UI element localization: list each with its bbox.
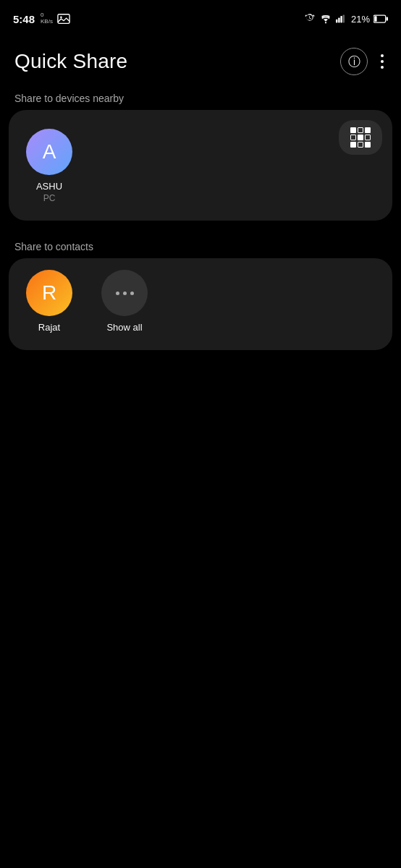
dot-2: [123, 292, 127, 295]
battery-percentage: 21%: [351, 14, 370, 25]
status-kb-indicator: 0 KB/s: [41, 12, 53, 25]
dot-3: [130, 292, 134, 295]
show-all-button[interactable]: Show all: [96, 270, 153, 333]
device-name: ASHU: [36, 181, 62, 192]
svg-rect-4: [338, 17, 339, 22]
device-type: PC: [43, 193, 56, 203]
svg-point-2: [325, 22, 326, 23]
contact-avatar-r: R: [26, 270, 72, 316]
qr-icon: [350, 127, 371, 148]
contacts-card: R Rajat Show all: [9, 258, 392, 350]
dot-1: [116, 292, 119, 295]
svg-rect-8: [387, 17, 389, 21]
wifi-icon: [319, 14, 332, 24]
more-options-button[interactable]: [378, 51, 387, 72]
more-dot: [381, 66, 384, 69]
svg-rect-6: [343, 14, 345, 22]
svg-rect-5: [340, 16, 342, 23]
more-dot: [381, 60, 384, 63]
status-left: 5:48 0 KB/s: [13, 12, 70, 25]
page-title: Quick Share: [14, 50, 127, 73]
contacts-section-label: Share to contacts: [0, 231, 401, 258]
nearby-devices-card: A ASHU PC: [9, 110, 392, 221]
contact-name-rajat: Rajat: [38, 322, 60, 333]
svg-point-1: [60, 16, 62, 18]
qr-button[interactable]: [339, 120, 382, 155]
info-button[interactable]: ⓘ: [340, 48, 368, 75]
header: Quick Share ⓘ: [0, 35, 401, 82]
svg-rect-9: [374, 16, 376, 22]
svg-rect-3: [336, 20, 337, 23]
svg-rect-0: [58, 14, 69, 24]
nearby-device-item[interactable]: A ASHU PC: [20, 129, 78, 203]
show-all-label: Show all: [106, 322, 142, 333]
contact-item-rajat[interactable]: R Rajat: [20, 270, 78, 333]
more-dot: [381, 54, 384, 57]
header-actions: ⓘ: [340, 48, 387, 75]
battery-icon: [373, 14, 388, 23]
status-bar: 5:48 0 KB/s 21%: [0, 0, 401, 35]
device-avatar: A: [26, 129, 72, 175]
show-all-avatar: [101, 270, 148, 316]
status-time: 5:48: [13, 13, 35, 25]
nearby-section-label: Share to devices nearby: [0, 82, 401, 110]
alarm-icon: [304, 13, 316, 25]
signal-icon: [336, 14, 347, 24]
status-right: 21%: [304, 13, 388, 25]
gallery-icon: [57, 13, 70, 25]
